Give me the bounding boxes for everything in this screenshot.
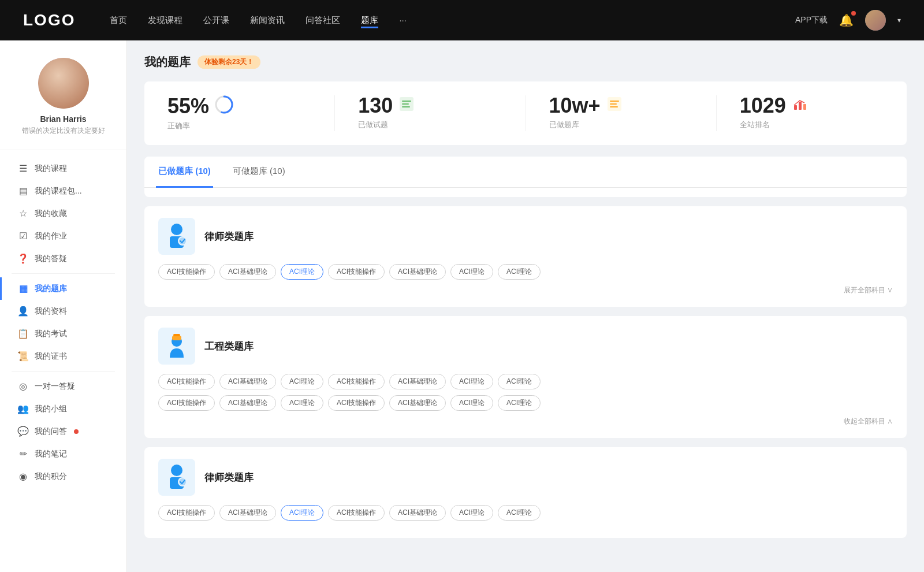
sidebar-item-profile[interactable]: 👤 我的资料	[0, 300, 126, 322]
tag-2-1[interactable]: ACI基础理论	[219, 374, 276, 389]
qbank-title-1: 律师类题库	[204, 230, 254, 243]
tag-2-9[interactable]: ACI理论	[281, 395, 323, 411]
sidebar-label-group: 我的小组	[35, 404, 67, 414]
tab-done[interactable]: 已做题库 (10)	[156, 157, 213, 188]
package-icon: ▤	[17, 185, 29, 196]
sidebar-item-exam[interactable]: 📋 我的考试	[0, 322, 126, 345]
tag-3-3[interactable]: ACI技能操作	[328, 505, 385, 521]
nav-qa[interactable]: 问答社区	[305, 13, 340, 28]
stat-accuracy: 55% 正确率	[144, 95, 335, 131]
logo[interactable]: LOGO	[23, 11, 75, 29]
stat-banks-value: 10w+	[549, 95, 601, 116]
nav-more[interactable]: ···	[399, 13, 407, 28]
profile-icon: 👤	[17, 306, 29, 317]
tag-3-0[interactable]: ACI技能操作	[158, 505, 215, 521]
stat-done-icon	[398, 96, 415, 116]
engineer-icon	[162, 331, 192, 361]
stats-row: 55% 正确率 130	[144, 81, 907, 145]
avatar-image	[865, 10, 886, 31]
sidebar-item-favorites[interactable]: ☆ 我的收藏	[0, 202, 126, 225]
tag-2-12[interactable]: ACI理论	[450, 395, 493, 411]
sidebar-divider-2	[12, 371, 115, 372]
sidebar-item-homework[interactable]: ☑ 我的作业	[0, 225, 126, 247]
sidebar-label-one-on-one: 一对一答疑	[35, 381, 75, 392]
nav-open-course[interactable]: 公开课	[203, 13, 229, 28]
tag-2-8[interactable]: ACI基础理论	[219, 395, 276, 411]
tag-1-4[interactable]: ACI基础理论	[389, 264, 446, 280]
tag-2-5[interactable]: ACI理论	[450, 374, 493, 389]
stat-ranking-icon	[792, 96, 808, 116]
stat-accuracy-top: 55%	[167, 95, 233, 117]
nav-news[interactable]: 新闻资讯	[250, 13, 285, 28]
page-title: 我的题库	[144, 54, 191, 70]
app-download[interactable]: APP下载	[795, 15, 828, 25]
sidebar-item-course-package[interactable]: ▤ 我的课程包...	[0, 180, 126, 202]
qbank-card-engineer: 工程类题库 ACI技能操作 ACI基础理论 ACI理论 ACI技能操作 ACI基…	[144, 316, 907, 438]
sidebar: Brian Harris 错误的决定比没有决定要好 ☰ 我的课程 ▤ 我的课程包…	[0, 40, 127, 572]
sidebar-item-ask[interactable]: ❓ 我的答疑	[0, 247, 126, 270]
sidebar-profile: Brian Harris 错误的决定比没有决定要好	[0, 58, 126, 150]
tag-2-2[interactable]: ACI理论	[281, 374, 323, 389]
tag-2-0[interactable]: ACI技能操作	[158, 374, 215, 389]
stat-done-label: 已做试题	[358, 120, 388, 130]
sidebar-label-ask: 我的答疑	[35, 254, 67, 264]
tag-2-3[interactable]: ACI技能操作	[328, 374, 385, 389]
bell-icon[interactable]: 🔔	[839, 13, 854, 27]
tag-3-5[interactable]: ACI理论	[450, 505, 493, 521]
qbank-header-2: 工程类题库	[158, 328, 893, 365]
qbank-card-lawyer-2: 律师类题库 ACI技能操作 ACI基础理论 ACI理论 ACI技能操作 ACI基…	[144, 447, 907, 538]
one-on-one-icon: ◎	[17, 381, 29, 392]
qbank-tags-1: ACI技能操作 ACI基础理论 ACI理论 ACI技能操作 ACI基础理论 AC…	[158, 264, 893, 280]
stat-done-questions: 130 已做试题	[335, 95, 526, 131]
sidebar-username: Brian Harris	[40, 114, 86, 124]
sidebar-item-group[interactable]: 👥 我的小组	[0, 398, 126, 420]
tag-1-5[interactable]: ACI理论	[450, 264, 493, 280]
nav-links: 首页 发现课程 公开课 新闻资讯 问答社区 题库 ···	[110, 13, 795, 28]
trial-badge: 体验剩余23天！	[198, 55, 260, 69]
navbar-right: APP下载 🔔 ▾	[795, 10, 901, 31]
tag-1-0[interactable]: ACI技能操作	[158, 264, 215, 280]
sidebar-item-certificate[interactable]: 📜 我的证书	[0, 345, 126, 367]
lawyer-icon	[162, 221, 192, 251]
qbank-expand-1[interactable]: 展开全部科目 ∨	[158, 285, 893, 295]
qbank-tags-2-row1: ACI技能操作 ACI基础理论 ACI理论 ACI技能操作 ACI基础理论 AC…	[158, 374, 893, 389]
nav-questionbank[interactable]: 题库	[361, 13, 378, 28]
avatar[interactable]	[865, 10, 886, 31]
sidebar-item-questionbank[interactable]: ▦ 我的题库	[0, 277, 126, 300]
sidebar-divider-1	[12, 273, 115, 274]
stat-done-value: 130	[358, 95, 393, 116]
sidebar-item-one-on-one[interactable]: ◎ 一对一答疑	[0, 375, 126, 398]
sidebar-item-notes[interactable]: ✏ 我的笔记	[0, 443, 126, 465]
tag-2-4[interactable]: ACI基础理论	[389, 374, 446, 389]
stat-accuracy-value: 55%	[167, 96, 209, 117]
nav-discover[interactable]: 发现课程	[148, 13, 182, 28]
tag-2-6[interactable]: ACI理论	[498, 374, 541, 389]
avatar-dropdown-arrow[interactable]: ▾	[897, 16, 901, 24]
tag-3-6[interactable]: ACI理论	[498, 505, 541, 521]
tag-2-11[interactable]: ACI基础理论	[389, 395, 446, 411]
tab-available[interactable]: 可做题库 (10)	[230, 157, 288, 188]
tag-3-1[interactable]: ACI基础理论	[219, 505, 276, 521]
sidebar-motto: 错误的决定比没有决定要好	[22, 126, 105, 136]
tag-1-6[interactable]: ACI理论	[498, 264, 541, 280]
qbank-avatar-lawyer-1	[158, 218, 195, 255]
tag-2-10[interactable]: ACI技能操作	[328, 395, 385, 411]
tag-1-2[interactable]: ACI理论	[281, 264, 323, 280]
tag-2-13[interactable]: ACI理论	[498, 395, 541, 411]
sidebar-item-my-qa[interactable]: 💬 我的问答	[0, 420, 126, 443]
qa-notification-dot	[74, 429, 79, 434]
tag-2-7[interactable]: ACI技能操作	[158, 395, 215, 411]
qbank-card-lawyer-1: 律师类题库 ACI技能操作 ACI基础理论 ACI理论 ACI技能操作 ACI基…	[144, 206, 907, 307]
sidebar-item-my-courses[interactable]: ☰ 我的课程	[0, 157, 126, 180]
qbank-collapse-2[interactable]: 收起全部科目 ∧	[158, 417, 893, 426]
page-header: 我的题库 体验剩余23天！	[144, 54, 907, 70]
tabs-row: 已做题库 (10) 可做题库 (10)	[144, 157, 907, 188]
tag-1-1[interactable]: ACI基础理论	[219, 264, 276, 280]
sidebar-item-points[interactable]: ◉ 我的积分	[0, 465, 126, 488]
nav-home[interactable]: 首页	[110, 13, 127, 28]
sidebar-label-exam: 我的考试	[35, 329, 67, 339]
tag-3-4[interactable]: ACI基础理论	[389, 505, 446, 521]
svg-rect-9	[610, 106, 618, 107]
tag-1-3[interactable]: ACI技能操作	[328, 264, 385, 280]
tag-3-2[interactable]: ACI理论	[281, 505, 323, 521]
